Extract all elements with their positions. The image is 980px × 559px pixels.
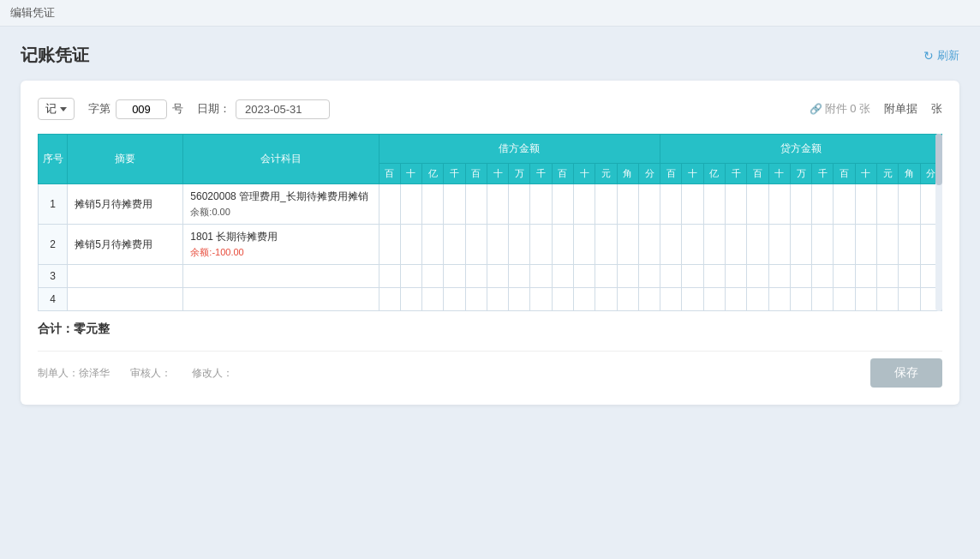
credit-cell[interactable]: [660, 184, 682, 225]
row-summary[interactable]: 摊销5月待摊费用: [68, 184, 183, 225]
credit-cell[interactable]: [812, 225, 834, 265]
ji-select[interactable]: 记: [38, 98, 75, 120]
credit-cell[interactable]: [726, 265, 747, 288]
row-summary[interactable]: [68, 288, 183, 311]
credit-cell[interactable]: [855, 184, 876, 225]
credit-cell[interactable]: [660, 225, 682, 265]
debit-cell[interactable]: [509, 288, 530, 311]
debit-cell[interactable]: [530, 265, 552, 288]
debit-cell[interactable]: [595, 288, 617, 311]
debit-cell[interactable]: [422, 265, 444, 288]
row-account[interactable]: 56020008 管理费用_长期待摊费用摊销余额:0.00: [183, 184, 379, 225]
credit-cell[interactable]: [812, 265, 834, 288]
row-summary[interactable]: 摊销5月待摊费用: [68, 225, 183, 265]
date-input[interactable]: [236, 99, 330, 119]
debit-cell[interactable]: [530, 288, 552, 311]
debit-cell[interactable]: [379, 225, 400, 265]
row-account[interactable]: [183, 288, 379, 311]
credit-cell[interactable]: [703, 288, 725, 311]
debit-cell[interactable]: [379, 184, 400, 225]
credit-cell[interactable]: [682, 184, 703, 225]
debit-cell[interactable]: [595, 184, 617, 225]
debit-cell[interactable]: [617, 184, 638, 225]
debit-cell[interactable]: [509, 184, 530, 225]
debit-cell[interactable]: [552, 225, 573, 265]
credit-cell[interactable]: [876, 225, 898, 265]
debit-cell[interactable]: [617, 265, 638, 288]
credit-cell[interactable]: [747, 184, 768, 225]
credit-cell[interactable]: [834, 265, 855, 288]
credit-cell[interactable]: [790, 184, 811, 225]
credit-cell[interactable]: [726, 225, 747, 265]
credit-cell[interactable]: [834, 288, 855, 311]
row-summary[interactable]: [68, 265, 183, 288]
credit-cell[interactable]: [899, 265, 920, 288]
credit-cell[interactable]: [768, 288, 790, 311]
credit-cell[interactable]: [855, 265, 876, 288]
debit-cell[interactable]: [444, 288, 465, 311]
credit-cell[interactable]: [855, 288, 876, 311]
credit-cell[interactable]: [747, 265, 768, 288]
debit-cell[interactable]: [400, 288, 421, 311]
debit-cell[interactable]: [552, 288, 573, 311]
debit-cell[interactable]: [638, 184, 660, 225]
debit-cell[interactable]: [465, 225, 487, 265]
debit-cell[interactable]: [487, 288, 508, 311]
credit-cell[interactable]: [747, 225, 768, 265]
debit-cell[interactable]: [509, 225, 530, 265]
credit-cell[interactable]: [682, 265, 703, 288]
debit-cell[interactable]: [465, 265, 487, 288]
credit-cell[interactable]: [660, 288, 682, 311]
debit-cell[interactable]: [617, 288, 638, 311]
debit-cell[interactable]: [422, 288, 444, 311]
credit-cell[interactable]: [876, 265, 898, 288]
debit-cell[interactable]: [379, 265, 400, 288]
credit-cell[interactable]: [747, 288, 768, 311]
debit-cell[interactable]: [574, 184, 595, 225]
credit-cell[interactable]: [899, 184, 920, 225]
credit-cell[interactable]: [812, 288, 834, 311]
debit-cell[interactable]: [595, 265, 617, 288]
row-account[interactable]: [183, 265, 379, 288]
debit-cell[interactable]: [617, 225, 638, 265]
credit-cell[interactable]: [855, 225, 876, 265]
scrollbar-track[interactable]: [935, 134, 942, 311]
debit-cell[interactable]: [400, 184, 421, 225]
debit-cell[interactable]: [422, 225, 444, 265]
row-account[interactable]: 1801 长期待摊费用余额:-100.00: [183, 225, 379, 265]
debit-cell[interactable]: [400, 265, 421, 288]
credit-cell[interactable]: [768, 265, 790, 288]
debit-cell[interactable]: [379, 288, 400, 311]
credit-cell[interactable]: [790, 265, 811, 288]
credit-cell[interactable]: [726, 184, 747, 225]
credit-cell[interactable]: [682, 288, 703, 311]
credit-cell[interactable]: [726, 288, 747, 311]
debit-cell[interactable]: [530, 184, 552, 225]
credit-cell[interactable]: [790, 288, 811, 311]
debit-cell[interactable]: [509, 265, 530, 288]
debit-cell[interactable]: [552, 265, 573, 288]
debit-cell[interactable]: [638, 225, 660, 265]
credit-cell[interactable]: [790, 225, 811, 265]
debit-cell[interactable]: [487, 184, 508, 225]
credit-cell[interactable]: [703, 184, 725, 225]
debit-cell[interactable]: [422, 184, 444, 225]
debit-cell[interactable]: [574, 265, 595, 288]
credit-cell[interactable]: [768, 225, 790, 265]
debit-cell[interactable]: [638, 288, 660, 311]
credit-cell[interactable]: [834, 225, 855, 265]
credit-cell[interactable]: [768, 184, 790, 225]
debit-cell[interactable]: [444, 184, 465, 225]
credit-cell[interactable]: [682, 225, 703, 265]
credit-cell[interactable]: [812, 184, 834, 225]
debit-cell[interactable]: [444, 265, 465, 288]
credit-cell[interactable]: [703, 265, 725, 288]
credit-cell[interactable]: [876, 184, 898, 225]
debit-cell[interactable]: [574, 225, 595, 265]
attachment-link[interactable]: 🔗 附件 0 张: [810, 101, 870, 117]
credit-cell[interactable]: [899, 288, 920, 311]
credit-cell[interactable]: [834, 184, 855, 225]
debit-cell[interactable]: [638, 265, 660, 288]
debit-cell[interactable]: [487, 225, 508, 265]
debit-cell[interactable]: [552, 184, 573, 225]
